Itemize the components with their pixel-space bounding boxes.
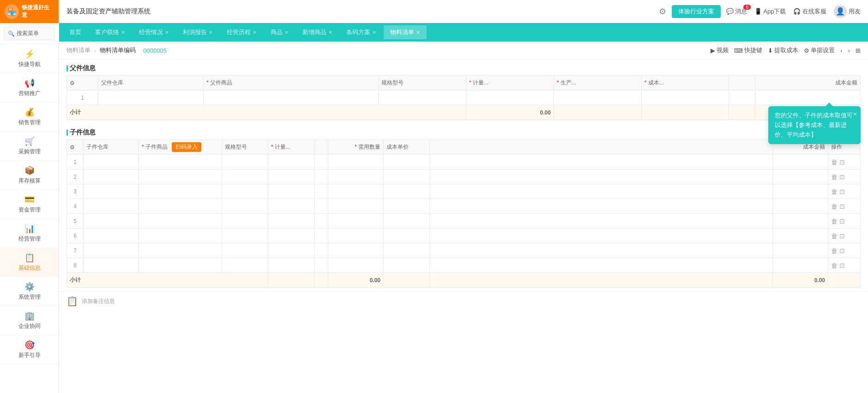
- child-spec-cell[interactable]: [222, 229, 268, 243]
- sidebar-item-enterprise[interactable]: 🏢 企业协同: [0, 306, 59, 335]
- sidebar-item-purchase[interactable]: 🛒 采购管理: [0, 132, 59, 161]
- child-unit-cell[interactable]: [268, 214, 314, 229]
- tab-close-icon[interactable]: ✕: [121, 30, 125, 36]
- sidebar-item-sales[interactable]: 💰 销售管理: [0, 103, 59, 132]
- child-spec-cell[interactable]: [222, 258, 268, 273]
- tab-new-goods[interactable]: 新增商品 ✕: [296, 25, 339, 39]
- single-settings-action[interactable]: ⚙ 单据设置: [804, 46, 835, 54]
- child-unit-price-cell[interactable]: [384, 229, 430, 243]
- child-unit-cell[interactable]: [268, 169, 314, 184]
- tab-close-icon[interactable]: ✕: [209, 30, 213, 36]
- trial-button[interactable]: 体验行业方案: [672, 5, 721, 18]
- child-qty-cell[interactable]: [328, 258, 384, 273]
- parent-cost-cell[interactable]: [641, 91, 729, 105]
- child-warehouse-cell[interactable]: [84, 184, 139, 199]
- sidebar-item-finance[interactable]: 💳 资金管理: [0, 190, 59, 219]
- child-unit-cell[interactable]: [268, 184, 314, 199]
- tab-barcode[interactable]: 条码方案 ✕: [340, 25, 383, 39]
- view-action[interactable]: ▶ 视频: [711, 46, 729, 54]
- copy-icon[interactable]: ⊡: [839, 218, 845, 225]
- child-qty-cell[interactable]: [328, 184, 384, 199]
- tab-profit[interactable]: 利润报告 ✕: [176, 25, 219, 39]
- child-goods-cell[interactable]: [139, 214, 222, 229]
- child-warehouse-cell[interactable]: [84, 169, 139, 184]
- tooltip-close-button[interactable]: ×: [853, 109, 857, 119]
- child-unit-cell[interactable]: [268, 243, 314, 258]
- child-goods-cell[interactable]: [139, 243, 222, 258]
- child-warehouse-cell[interactable]: [84, 243, 139, 258]
- parent-unit-cell[interactable]: [466, 91, 554, 105]
- delete-icon[interactable]: 🗑: [831, 188, 838, 195]
- settings-icon[interactable]: ⚙: [659, 6, 666, 17]
- tab-goods[interactable]: 商品 ✕: [264, 25, 295, 39]
- child-spec-cell[interactable]: [222, 155, 268, 169]
- parent-produce-cell[interactable]: [554, 91, 641, 105]
- tab-business[interactable]: 经营情况 ✕: [133, 25, 175, 39]
- nav-prev-button[interactable]: ‹: [840, 47, 842, 54]
- child-unit-price-cell[interactable]: [384, 243, 430, 258]
- user-menu[interactable]: 👤 用友: [834, 5, 861, 18]
- child-unit-price-cell[interactable]: [384, 214, 430, 229]
- child-spec-cell[interactable]: [222, 199, 268, 214]
- child-qty-cell[interactable]: [328, 243, 384, 258]
- breadcrumb-link[interactable]: 物料清单: [66, 46, 90, 54]
- child-unit-cell[interactable]: [268, 199, 314, 214]
- message-badge[interactable]: 💬 消息 6: [726, 7, 747, 16]
- child-qty-cell[interactable]: [328, 199, 384, 214]
- nav-next-button[interactable]: ›: [848, 47, 850, 54]
- parent-spec-cell[interactable]: [379, 91, 466, 105]
- sidebar-item-system[interactable]: ⚙️ 系统管理: [0, 277, 59, 306]
- child-goods-cell[interactable]: [139, 184, 222, 199]
- delete-icon[interactable]: 🗑: [831, 203, 838, 210]
- parent-warehouse-cell[interactable]: [98, 91, 204, 105]
- copy-icon[interactable]: ⊡: [839, 232, 845, 240]
- child-spec-cell[interactable]: [222, 214, 268, 229]
- shortcut-action[interactable]: ⌨ 快捷键: [734, 46, 762, 54]
- sidebar-item-quick-nav[interactable]: ⚡ 快捷导航: [0, 44, 59, 73]
- parent-goods-cell[interactable]: [203, 91, 378, 105]
- child-goods-cell[interactable]: [139, 258, 222, 273]
- search-menu-button[interactable]: 🔍 搜索菜单: [4, 27, 55, 40]
- copy-icon[interactable]: ⊡: [839, 262, 845, 269]
- delete-icon[interactable]: 🗑: [831, 232, 838, 240]
- child-goods-cell[interactable]: [139, 155, 222, 169]
- tab-bom[interactable]: 物料清单 ✕: [384, 25, 427, 39]
- online-service-link[interactable]: 🎧 在线客服: [793, 7, 826, 16]
- child-unit-cell[interactable]: [268, 229, 314, 243]
- delete-icon[interactable]: 🗑: [831, 247, 838, 254]
- sidebar-item-inventory[interactable]: 📦 库存核算: [0, 161, 59, 190]
- tab-close-icon[interactable]: ✕: [284, 30, 289, 36]
- child-unit-price-cell[interactable]: [384, 258, 430, 273]
- tab-home[interactable]: 首页: [63, 25, 88, 39]
- tab-close-icon[interactable]: ✕: [328, 30, 332, 36]
- delete-icon[interactable]: 🗑: [831, 158, 838, 166]
- child-unit-cell[interactable]: [268, 155, 314, 169]
- tab-close-icon[interactable]: ✕: [165, 30, 169, 36]
- tab-close-icon[interactable]: ✕: [416, 30, 420, 36]
- child-goods-cell[interactable]: [139, 229, 222, 243]
- child-unit-price-cell[interactable]: [384, 155, 430, 169]
- child-unit-cell[interactable]: [268, 258, 314, 273]
- grid-view-button[interactable]: ⊞: [856, 47, 861, 54]
- child-spec-cell[interactable]: [222, 243, 268, 258]
- copy-icon[interactable]: ⊡: [839, 158, 845, 166]
- child-goods-cell[interactable]: [139, 169, 222, 184]
- sidebar-item-basic[interactable]: 📋 基础信息: [0, 248, 59, 277]
- copy-icon[interactable]: ⊡: [839, 247, 845, 254]
- child-qty-cell[interactable]: [328, 229, 384, 243]
- copy-icon[interactable]: ⊡: [839, 203, 845, 210]
- tab-history[interactable]: 经营历程 ✕: [220, 25, 263, 39]
- app-download-link[interactable]: 📱 App下载: [754, 7, 786, 16]
- child-warehouse-cell[interactable]: [84, 199, 139, 214]
- child-qty-cell[interactable]: [328, 169, 384, 184]
- sidebar-item-marketing[interactable]: 📢 营销推广: [0, 73, 59, 103]
- child-qty-cell[interactable]: [328, 155, 384, 169]
- scan-input-button[interactable]: 扫码录入: [172, 142, 201, 152]
- child-warehouse-cell[interactable]: [84, 155, 139, 169]
- child-warehouse-cell[interactable]: [84, 214, 139, 229]
- tab-close-icon[interactable]: ✕: [372, 30, 376, 36]
- child-warehouse-cell[interactable]: [84, 229, 139, 243]
- child-spec-cell[interactable]: [222, 169, 268, 184]
- tab-customers[interactable]: 客户联络 ✕: [89, 25, 132, 39]
- notes-placeholder[interactable]: 添加备注信息: [82, 297, 115, 305]
